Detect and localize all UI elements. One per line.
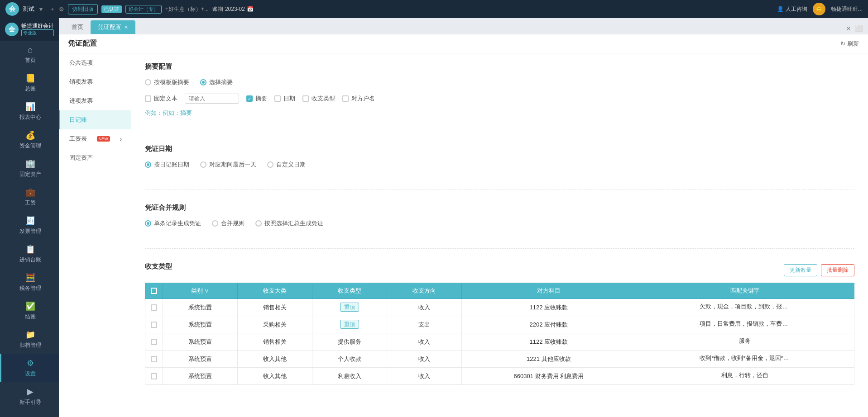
select-all-checkbox[interactable]	[151, 288, 157, 294]
row-check-0[interactable]	[151, 304, 157, 311]
row-direction-4: 收入	[387, 368, 461, 385]
radio-select-total[interactable]: 按照选择汇总生成凭证	[255, 219, 323, 227]
settings-icon[interactable]: ⚙	[59, 6, 64, 13]
config-layout: 公共选项 销项发票 进项发票 日记账 工资表 NEW ›	[59, 53, 868, 417]
user-avatar[interactable]: 🙂	[813, 3, 825, 15]
tab-close-icon[interactable]: ✕	[124, 24, 128, 30]
category-header-text: 类别	[191, 287, 203, 294]
left-nav-journal[interactable]: 日记账	[59, 110, 131, 129]
period-info: 账期 2023-02 📅	[212, 5, 254, 13]
checkbox-date[interactable]: 日期	[274, 95, 295, 103]
tab-home-label: 首页	[72, 23, 83, 31]
dropdown-icon[interactable]: ▼	[38, 6, 44, 13]
radio-choose-summary[interactable]: 选择摘要	[200, 78, 233, 86]
fixed-text-input[interactable]	[185, 94, 239, 104]
select-total-circle	[255, 220, 262, 227]
summary-checkbox: ✓	[246, 95, 253, 102]
summary-radio-group: 按模板版摘要 选择摘要	[145, 78, 854, 86]
left-nav-purchase-invoice[interactable]: 进项发票	[59, 91, 131, 110]
sidebar: 会 畅捷通好会计 专业版 ⌂ 首页 📒 总账 📊 报表中心 💰 资金管理 🏢 固…	[0, 18, 59, 417]
sidebar-item-settlement-label: 结账	[25, 313, 36, 321]
add-icon[interactable]: ＋	[49, 5, 55, 13]
checkbox-fixed-text[interactable]: 固定文本	[145, 95, 177, 103]
row-check-4[interactable]	[151, 373, 157, 379]
purchase-sales-icon: 📋	[25, 244, 35, 254]
sidebar-item-settlement[interactable]: ✅ 结账	[0, 297, 59, 325]
sidebar-item-funds[interactable]: 💰 资金管理	[0, 126, 59, 154]
settlement-icon: ✅	[25, 301, 35, 311]
sidebar-logo-icon: 会	[5, 23, 19, 36]
sidebar-item-purchase-sales[interactable]: 📋 进销台账	[0, 240, 59, 268]
radio-template-summary[interactable]: 按模板版摘要	[145, 78, 189, 86]
table-header-main-type: 收支大类	[237, 283, 312, 299]
row-category-2: 系统预置	[163, 333, 238, 351]
row-check-3[interactable]	[151, 356, 157, 362]
voucher-date-radio-group: 按日记账日期 对应期间最后一天 自定义日期	[145, 161, 854, 169]
top-header: 会 测试 ▼ ＋ ⚙ 切到旧版 已认证 好会计（专） +好生意（标）+... 账…	[0, 0, 868, 18]
radio-journal-date[interactable]: 按日记账日期	[145, 161, 189, 169]
row-direction-3: 收入	[387, 351, 461, 368]
date-checkbox-label: 日期	[283, 95, 295, 103]
keywords-text-0: 欠款，现金，项目款，到款，报销款，汇入，...	[700, 303, 790, 311]
sidebar-item-invoice[interactable]: 🧾 发票管理	[0, 211, 59, 240]
sidebar-item-ledger[interactable]: 📒 总账	[0, 69, 59, 97]
row-checkbox-1[interactable]	[145, 316, 163, 333]
row-subject-1: 2202 应付账款	[461, 316, 636, 333]
left-nav-sales-invoice[interactable]: 销项发票	[59, 72, 131, 91]
sidebar-item-home[interactable]: ⌂ 首页	[0, 41, 59, 69]
counterpart-checkbox-label: 对方户名	[351, 95, 375, 103]
sidebar-item-fixed-assets-label: 固定资产	[19, 171, 41, 178]
row-sub-type-3: 个人收款	[312, 351, 387, 368]
row-sub-type-1: 重顶	[312, 316, 387, 333]
sidebar-item-newbie[interactable]: ▶ 新手引导	[0, 382, 59, 411]
radio-period-last[interactable]: 对应期间最后一天	[200, 161, 256, 169]
row-sub-type-0: 重顶	[312, 299, 387, 316]
row-check-1[interactable]	[151, 322, 157, 328]
sidebar-item-member[interactable]: ♥ 畅会员	[0, 411, 59, 417]
customer-service-link[interactable]: 👤 人工咨询	[777, 5, 807, 13]
radio-single[interactable]: 单条记录生成凭证	[145, 219, 201, 227]
refresh-button[interactable]: ↻ 刷新	[840, 40, 859, 48]
sidebar-item-home-label: 首页	[25, 57, 36, 64]
radio-custom-date[interactable]: 自定义日期	[267, 161, 306, 169]
left-nav-public[interactable]: 公共选项	[59, 53, 131, 72]
tab-voucher-config[interactable]: 凭证配置 ✕	[91, 20, 135, 34]
sidebar-item-archive[interactable]: 📁 归档管理	[0, 325, 59, 354]
table-header-category: 类别 ∨	[163, 283, 238, 299]
row-check-2[interactable]	[151, 339, 157, 345]
checkbox-counterpart[interactable]: 对方户名	[342, 95, 375, 103]
sidebar-item-fixed-assets[interactable]: 🏢 固定资产	[0, 154, 59, 183]
left-nav-fixed-asset[interactable]: 固定资产	[59, 148, 131, 167]
voucher-date-section: 凭证日期 按日记账日期 对应期间最后一天	[145, 145, 854, 190]
left-nav-payroll[interactable]: 工资表 NEW ›	[59, 129, 131, 148]
radio-merge[interactable]: 合并规则	[212, 219, 245, 227]
calendar-icon[interactable]: 📅	[247, 6, 254, 12]
reset-tag-1[interactable]: 重顶	[340, 320, 359, 329]
table-header-checkbox[interactable]	[145, 283, 163, 299]
sidebar-item-reports[interactable]: 📊 报表中心	[0, 97, 59, 126]
page-title: 凭证配置	[68, 39, 97, 48]
sidebar-item-settings[interactable]: ⚙ 设置	[0, 354, 59, 382]
switch-old-version-button[interactable]: 切到旧版	[68, 4, 98, 14]
sidebar-item-tax[interactable]: 🧮 税务管理	[0, 268, 59, 297]
maximize-window-icon[interactable]: ⬜	[855, 25, 863, 32]
row-checkbox-3[interactable]	[145, 351, 163, 368]
tab-home[interactable]: 首页	[64, 20, 91, 34]
row-checkbox-2[interactable]	[145, 333, 163, 351]
row-checkbox-0[interactable]	[145, 299, 163, 316]
table-row: 系统预置 销售相关 重顶 收入 1122 应收账款 欠款，现金，项目款，到款，报…	[145, 299, 854, 316]
summary-section-title: 摘要配置	[145, 62, 854, 71]
checkbox-summary[interactable]: ✓ 摘要	[246, 95, 267, 103]
good-accounting-badge: 好会计（专）	[125, 5, 162, 14]
example-prefix: 例如：	[145, 109, 163, 116]
reset-tag-0[interactable]: 重顶	[340, 303, 359, 312]
row-checkbox-4[interactable]	[145, 368, 163, 385]
close-window-icon[interactable]: ✕	[846, 25, 851, 32]
update-btn[interactable]: 更新数量	[784, 264, 817, 276]
sidebar-item-salary[interactable]: 💼 工资	[0, 183, 59, 211]
batch-delete-btn[interactable]: 批量删除	[821, 264, 854, 276]
row-category-4: 系统预置	[163, 368, 238, 385]
checkbox-type[interactable]: 收支类型	[302, 95, 335, 103]
funds-icon: 💰	[25, 130, 35, 140]
keywords-text-1: 项目，日常费用，报销款，车费，承兑汇票，付款	[700, 320, 790, 328]
